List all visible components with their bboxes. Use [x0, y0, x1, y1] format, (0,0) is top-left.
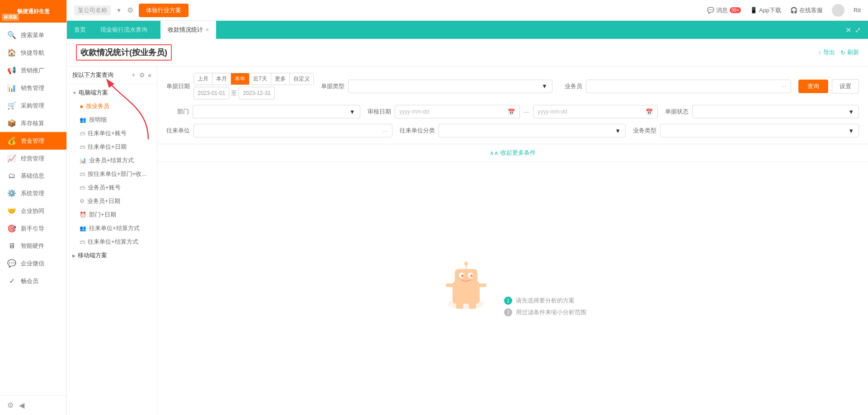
partner-input[interactable]: ···: [193, 124, 392, 137]
sidebar-label-finance: 资金管理: [21, 137, 44, 145]
newbie-icon: 🎯: [7, 224, 16, 233]
scheme-item-salesperson-account[interactable]: 🗃 业务员+账号: [67, 181, 157, 194]
scheme-item-partner-settlement1[interactable]: 👥 往来单位+结算方式: [67, 222, 157, 235]
scheme-add-icon[interactable]: ＋: [130, 71, 137, 79]
refresh-button[interactable]: ↻ 刷新: [840, 48, 859, 57]
sidebar-item-search[interactable]: 🔍 搜索菜单: [0, 26, 66, 44]
scheme-icon-ps2: 🗃: [80, 239, 85, 245]
trial-button[interactable]: 体验行业方案: [139, 4, 189, 17]
settings-button[interactable]: 设置: [832, 79, 859, 94]
scheme-item-partner-settlement2[interactable]: 🗃 往来单位+结算方式: [67, 235, 157, 249]
scheme-item-salesperson-date[interactable]: ⚙ 业务员+日期: [67, 194, 157, 208]
scheme-collapse-icon[interactable]: «: [148, 71, 151, 79]
collapse-bar[interactable]: ∧∧ 收起更多条件: [157, 144, 868, 162]
review-date-start-calendar-icon[interactable]: 📅: [508, 108, 515, 115]
settings-bottom-icon[interactable]: ⚙: [7, 401, 14, 410]
collapse-button[interactable]: ∧∧ 收起更多条件: [490, 149, 536, 157]
scheme-group-desktop-header[interactable]: ▼ 电脑端方案: [67, 86, 157, 99]
salesperson-input[interactable]: ···: [586, 80, 791, 93]
review-date-end-placeholder: yyyy-mm-dd: [538, 108, 567, 115]
header-gear-icon[interactable]: ⚙: [127, 6, 133, 14]
sidebar-bottom: ⚙ ◀: [0, 395, 66, 415]
partner-more-icon[interactable]: ···: [382, 127, 387, 134]
tab-close-all-icon[interactable]: ✕: [845, 26, 851, 34]
app-download-item[interactable]: 📱 App下载: [750, 6, 781, 14]
scheme-item-partner-account[interactable]: 🗃 往来单位+账号: [67, 127, 157, 140]
doc-type-dropdown-icon: ▼: [542, 83, 547, 90]
dept-dropdown-icon: ▼: [349, 108, 355, 115]
scheme-icon-sd: ⚙: [80, 198, 85, 204]
scheme-item-dept-date[interactable]: ⏰ 部门+日期: [67, 208, 157, 222]
tab-home[interactable]: 首页: [67, 21, 93, 39]
sidebar-item-newbie[interactable]: 🎯 新手引导: [0, 220, 66, 237]
user-avatar[interactable]: [832, 4, 844, 17]
date-tab-7days[interactable]: 近7天: [250, 73, 271, 85]
sidebar-item-marketing[interactable]: 📢 营销推广: [0, 61, 66, 79]
scheme-item-partner-date[interactable]: 🗃 往来单位+日期: [67, 140, 157, 154]
collapse-icon: ∧∧: [490, 150, 499, 156]
scheme-item-salesperson-settlement[interactable]: 📊 业务员+结算方式: [67, 154, 157, 167]
date-tab-custom[interactable]: 自定义: [290, 73, 313, 85]
sidebar-item-operations[interactable]: 📈 经营管理: [0, 150, 66, 167]
app-logo: 畅捷通好生意 标准版: [0, 0, 66, 23]
sidebar-label-quicknav: 快捷导航: [21, 49, 44, 57]
review-date-end-calendar-icon[interactable]: 📅: [646, 108, 653, 115]
sidebar-item-inventory[interactable]: 📦 库存核算: [0, 114, 66, 132]
sidebar-item-sales[interactable]: 📊 销售管理: [0, 79, 66, 97]
scheme-settings-icon[interactable]: ⚙: [139, 71, 145, 79]
sidebar-item-finance[interactable]: 💰 资金管理: [0, 132, 66, 150]
partner-category-input[interactable]: ▼: [439, 124, 626, 137]
date-tab-thismonth[interactable]: 本月: [212, 73, 231, 85]
message-item[interactable]: 💬 消息 99+: [707, 6, 741, 14]
sidebar-item-system[interactable]: ⚙️ 系统管理: [0, 184, 66, 202]
query-button[interactable]: 查询: [798, 80, 828, 93]
sidebar-item-purchase[interactable]: 🛒 采购管理: [0, 97, 66, 114]
sidebar-item-wechat[interactable]: 💬 企业微信: [0, 255, 66, 272]
review-date-label: 审核日期: [368, 108, 391, 116]
company-dropdown-icon[interactable]: ▼: [116, 7, 122, 14]
scheme-item-partner-dept[interactable]: 🗃 按往来单位+部门+收...: [67, 167, 157, 181]
sidebar-item-enterprise[interactable]: 🤝 企业协同: [0, 202, 66, 220]
doc-date-label: 单据日期: [166, 82, 190, 90]
refresh-icon: ↻: [840, 49, 845, 56]
date-tab-thisyear[interactable]: 本年: [231, 73, 250, 85]
export-button[interactable]: ↑ 导出: [819, 48, 835, 57]
scheme-panel: 按以下方案查询 ＋ ⚙ «: [67, 66, 157, 415]
tab-collection-stats[interactable]: 收款情况统计 ×: [160, 21, 216, 39]
main-area: 某公司名称 ▼ ⚙ 体验行业方案 💬 消息 99+ 📱 App下载 🎧 在线客服…: [67, 0, 868, 415]
scheme-label-sa: 业务员+账号: [88, 184, 121, 192]
sidebar-item-member[interactable]: ✓ 畅会员: [0, 272, 66, 290]
scheme-item-detail[interactable]: 👥 按明细: [67, 113, 157, 127]
scheme-item-salesperson[interactable]: ● 按业务员: [67, 99, 157, 113]
app-version: 标准版: [2, 14, 19, 21]
tip-number-2: 2: [504, 308, 512, 316]
scheme-group-mobile-header[interactable]: ▶ 移动端方案: [67, 249, 157, 262]
svg-rect-3: [455, 269, 477, 285]
sidebar-item-basic-info[interactable]: 🗂 基础信息: [0, 167, 66, 184]
dept-input[interactable]: ▼: [193, 105, 360, 118]
sidebar-item-hardware[interactable]: 🖥 智能硬件: [0, 237, 66, 255]
tip-text-2: 用过滤条件来缩小分析范围: [516, 308, 586, 316]
date-tab-more[interactable]: 更多: [271, 73, 290, 85]
tab-expand-icon[interactable]: ⤢: [855, 26, 861, 34]
salesperson-more-icon[interactable]: ···: [781, 83, 786, 90]
scheme-group-mobile-label: 移动端方案: [78, 251, 107, 259]
doc-status-input[interactable]: ▼: [692, 105, 859, 118]
collapse-sidebar-icon[interactable]: ◀: [19, 401, 24, 410]
tab-bankflow-close-icon[interactable]: ×: [150, 27, 153, 33]
page-title: 收款情况统计(按业务员): [80, 48, 167, 57]
hardware-icon: 🖥: [7, 242, 16, 250]
date-end-input[interactable]: 2023-12-31: [239, 87, 274, 99]
marketing-icon: 📢: [7, 66, 16, 75]
review-date-start-input[interactable]: yyyy-mm-dd 📅: [395, 105, 520, 118]
sidebar-item-quick-nav[interactable]: 🏠 快捷导航: [0, 44, 66, 61]
doc-type-input[interactable]: ▼: [348, 80, 552, 93]
main-content: 按以下方案查询 ＋ ⚙ «: [67, 66, 868, 415]
online-service-item[interactable]: 🎧 在线客服: [790, 6, 823, 14]
tab-collection-close-icon[interactable]: ×: [206, 27, 209, 33]
tab-bank-flow[interactable]: 现金银行流水查询 ×: [93, 21, 160, 39]
biz-type-input[interactable]: ▼: [660, 124, 859, 137]
date-start-input[interactable]: 2023-01-01: [193, 87, 229, 99]
date-tab-lastmonth[interactable]: 上月: [194, 73, 212, 85]
review-date-end-input[interactable]: yyyy-mm-dd 📅: [533, 105, 658, 118]
